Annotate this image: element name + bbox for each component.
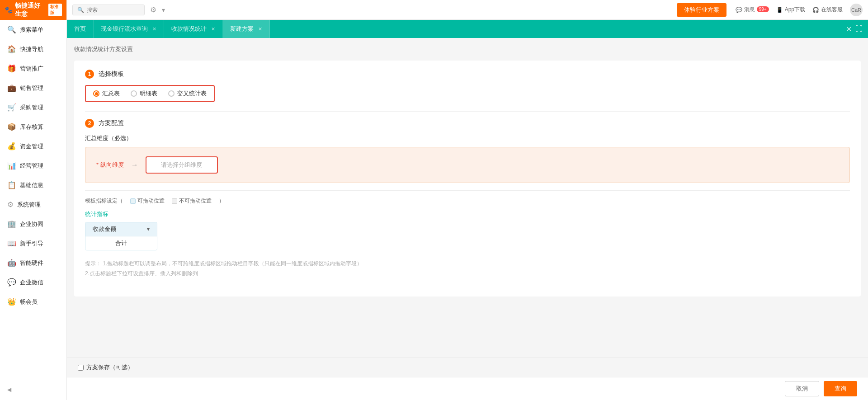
radio-cross[interactable]: 交叉统计表: [168, 89, 207, 98]
settings-card: 1 选择模板 汇总表 明细表: [74, 61, 861, 296]
tab-bank-flow-label: 现金银行流水查询: [101, 25, 148, 33]
metrics-header-row: 模板指标设定（ 可拖动位置 不可拖动位置 ）: [85, 197, 850, 205]
sidebar-label-smart-hw: 智能硬件: [20, 259, 43, 267]
tab-receipt-stats-label: 收款情况统计: [171, 25, 207, 33]
sidebar-item-inventory[interactable]: 📦 库存核算: [0, 117, 66, 136]
metrics-header-text: 收款金额: [93, 225, 116, 233]
sidebar-item-basic-info[interactable]: 📋 基础信息: [0, 175, 66, 195]
gear-icon[interactable]: ⚙: [150, 5, 156, 14]
metrics-dropdown-icon[interactable]: ▾: [147, 226, 150, 232]
sidebar-item-smart-hw[interactable]: 🤖 智能硬件: [0, 253, 66, 273]
metrics-row-text: 合计: [115, 240, 127, 246]
tab-home[interactable]: 首页: [67, 20, 94, 38]
tips-section: 提示： 1.拖动标题栏可以调整布局，不可跨维度或指标区域拖动栏目字段（只能在同一…: [85, 259, 850, 278]
enterprise-weixin-icon: 💬: [7, 278, 16, 287]
sidebar-item-marketing[interactable]: 🎁 营销推广: [0, 59, 66, 78]
sidebar-logo: 🐾 畅捷通好生意 标准版: [0, 0, 66, 20]
sidebar: 🐾 畅捷通好生意 标准版 🔍 搜索菜单 🏠 快捷导航 🎁 营销推广 💼 销售管理…: [0, 0, 67, 400]
basic-info-icon: 📋: [7, 181, 16, 189]
message-badge: 99+: [757, 6, 769, 12]
sidebar-item-operation[interactable]: 📊 经营管理: [0, 156, 66, 175]
non-movable-dot: [172, 198, 177, 204]
sidebar-label-basic-info: 基础信息: [20, 181, 43, 189]
sidebar-item-beginner[interactable]: 📖 新手引导: [0, 234, 66, 253]
step1-label: 选择模板: [99, 70, 124, 78]
quick-nav-icon: 🏠: [7, 45, 16, 53]
search-input[interactable]: [87, 7, 141, 13]
tab-new-plan-close[interactable]: ✕: [258, 26, 262, 32]
metrics-table-header[interactable]: 收款金额 ▾: [85, 222, 157, 236]
sidebar-item-enterprise-weixin[interactable]: 💬 企业微信: [0, 273, 66, 292]
sidebar-label-enterprise-weixin: 企业微信: [20, 278, 43, 287]
download-icon: 📱: [776, 7, 783, 13]
tab-new-plan[interactable]: 新建方案 ✕: [223, 20, 270, 38]
dimension-arrow-icon: →: [131, 161, 138, 169]
sidebar-label-quick-nav: 快捷导航: [20, 45, 43, 53]
service-link[interactable]: 🎧 在线客服: [812, 6, 843, 14]
download-label: App下载: [785, 6, 805, 14]
sidebar-label-search-menu: 搜索菜单: [20, 26, 43, 34]
query-button[interactable]: 查询: [824, 381, 857, 396]
topbar-search-box[interactable]: 🔍: [72, 5, 145, 15]
dimension-placeholder-text: 请选择分组维度: [161, 161, 202, 168]
download-link[interactable]: 📱 App下载: [776, 6, 805, 14]
radio-detail[interactable]: 明细表: [131, 89, 157, 98]
topbar: 🔍 ⚙ ▾ 体验行业方案 💬 消息 99+ 📱 App下载 🎧 在线客服 CaR: [67, 0, 868, 20]
avatar[interactable]: CaR: [850, 4, 863, 16]
member-icon: 👑: [7, 297, 16, 306]
sidebar-bottom-left[interactable]: ◀: [0, 383, 66, 396]
save-checkbox-group[interactable]: 方案保存（可选）: [78, 363, 133, 372]
tabbar-close-icon[interactable]: ✕: [846, 25, 852, 33]
sidebar-item-enterprise[interactable]: 🏢 企业协同: [0, 214, 66, 234]
radio-cross-label: 交叉统计表: [177, 89, 207, 98]
sidebar-item-sales[interactable]: 💼 销售管理: [0, 78, 66, 98]
trial-button[interactable]: 体验行业方案: [677, 3, 726, 17]
tab-receipt-stats-close[interactable]: ✕: [211, 26, 215, 32]
content-wrapper: 收款情况统计方案设置 1 选择模板 汇总表: [67, 38, 868, 400]
topbar-search-icon: 🔍: [77, 7, 84, 13]
marketing-icon: 🎁: [7, 64, 16, 73]
step2-section: 2 方案配置 汇总维度（必选） * 纵向维度 → 请选择分组维度: [85, 119, 850, 278]
search-menu-icon: 🔍: [7, 25, 16, 34]
radio-cross-circle: [168, 90, 175, 97]
logo-badge: 标准版: [48, 4, 62, 16]
sidebar-item-purchase[interactable]: 🛒 采购管理: [0, 98, 66, 117]
sidebar-label-beginner: 新手引导: [20, 240, 43, 248]
tab-new-plan-label: 新建方案: [230, 25, 254, 33]
radio-summary[interactable]: 汇总表: [93, 89, 120, 98]
sidebar-label-enterprise: 企业协同: [20, 220, 43, 228]
save-checkbox[interactable]: [78, 365, 84, 371]
metrics-section-title: 模板指标设定（: [85, 197, 123, 205]
message-icon: 💬: [736, 7, 742, 13]
metrics-table-row: 合计: [85, 236, 157, 250]
template-radio-group: 汇总表 明细表 交叉统计表: [85, 85, 215, 102]
logo-text: 畅捷通好生意: [15, 2, 46, 18]
message-link[interactable]: 💬 消息 99+: [736, 6, 769, 14]
metrics-table: 收款金额 ▾ 合计: [85, 222, 157, 250]
sales-icon: 💼: [7, 84, 16, 92]
sidebar-label-member: 畅会员: [20, 298, 38, 306]
sidebar-item-search-menu[interactable]: 🔍 搜索菜单: [0, 20, 66, 39]
purchase-icon: 🛒: [7, 103, 16, 112]
tab-receipt-stats[interactable]: 收款情况统计 ✕: [164, 20, 223, 38]
beginner-icon: 📖: [7, 239, 16, 248]
sidebar-bottom: ◀: [0, 379, 66, 400]
tab-bank-flow-close[interactable]: ✕: [152, 26, 156, 32]
page-title: 收款情况统计方案设置: [74, 45, 861, 53]
tab-bank-flow[interactable]: 现金银行流水查询 ✕: [94, 20, 164, 38]
topbar-dropdown-icon[interactable]: ▾: [162, 6, 165, 14]
movable-dot: [130, 198, 136, 204]
sidebar-item-capital[interactable]: 💰 资金管理: [0, 136, 66, 156]
tabbar-actions: ✕ ⛶: [846, 25, 868, 33]
operation-icon: 📊: [7, 161, 16, 170]
sidebar-item-member[interactable]: 👑 畅会员: [0, 292, 66, 311]
radio-summary-circle: [93, 90, 99, 97]
sidebar-item-system[interactable]: ⚙ 系统管理: [0, 195, 66, 214]
movable-indicator: 可拖动位置: [130, 197, 165, 205]
sidebar-label-operation: 经营管理: [20, 162, 43, 170]
dimension-placeholder[interactable]: 请选择分组维度: [146, 156, 218, 174]
tabbar-expand-icon[interactable]: ⛶: [855, 25, 863, 33]
sidebar-item-quick-nav[interactable]: 🏠 快捷导航: [0, 39, 66, 59]
tip-2: 2.点击标题栏下拉可设置排序、插入列和删除列: [85, 269, 850, 279]
cancel-button[interactable]: 取消: [785, 381, 819, 396]
